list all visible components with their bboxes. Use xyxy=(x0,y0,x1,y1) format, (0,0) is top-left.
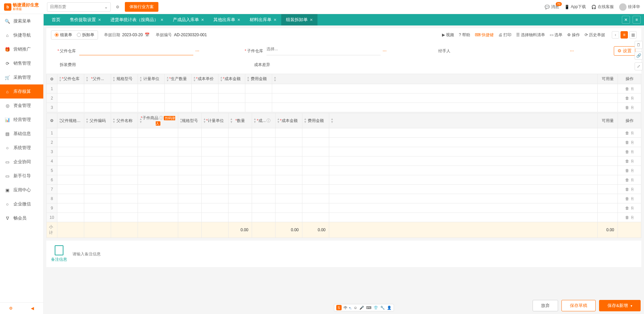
handler-lookup[interactable]: ⋯ xyxy=(570,49,574,53)
table-row[interactable]: 8🗑⎘ xyxy=(47,194,641,203)
sort-icon[interactable]: ▲▼ xyxy=(180,118,183,124)
sidebar-item[interactable]: ⌂快捷导航 xyxy=(0,28,43,42)
info-icon[interactable]: ⓘ xyxy=(266,118,270,123)
copy-icon[interactable]: ⎘ xyxy=(631,96,634,101)
sort-icon[interactable]: ▲▼ xyxy=(274,76,277,82)
sort-icon[interactable]: ▲▼ xyxy=(166,76,169,82)
float-expand-button[interactable]: ⤢ xyxy=(635,62,643,70)
tab[interactable]: 进货单统计表（按商品）✕ xyxy=(106,14,168,25)
table2-gear-header[interactable]: ⚙ xyxy=(47,113,57,128)
handler-input[interactable] xyxy=(454,47,568,55)
table-row[interactable]: 6🗑⎘ xyxy=(47,175,641,185)
delete-icon[interactable]: 🗑 xyxy=(625,86,629,91)
sort-icon[interactable]: ▲▼ xyxy=(86,118,89,124)
child-warehouse-lookup[interactable]: ⋯ xyxy=(383,49,387,53)
tab[interactable]: 首页 xyxy=(47,14,65,25)
view-grid-button[interactable]: ▦ xyxy=(629,31,637,39)
table-row[interactable]: 5🗑⎘ xyxy=(47,166,641,175)
sidebar-item[interactable]: 🛒采购管理 xyxy=(0,70,43,84)
sort-icon[interactable]: ▲▼ xyxy=(112,76,115,82)
tab[interactable]: 其他出库单✕ xyxy=(209,14,245,25)
table-row[interactable]: 3🗑⎘ xyxy=(47,103,641,112)
delete-icon[interactable]: 🗑 xyxy=(625,206,629,210)
parent-warehouse-input[interactable] xyxy=(79,47,193,55)
print-action[interactable]: 🖨打印 xyxy=(498,32,511,38)
copy-icon[interactable]: ⎘ xyxy=(631,187,634,192)
experience-button[interactable]: 体验行业方案 xyxy=(125,2,158,12)
float-note-button[interactable]: 🗒 xyxy=(635,41,643,49)
category-select[interactable]: 日用百货 ⌄ xyxy=(47,2,111,12)
select-doc-action[interactable]: ▭选单 xyxy=(550,32,562,38)
sort-icon[interactable]: ▲▼ xyxy=(59,76,62,82)
copy-icon[interactable]: ⎘ xyxy=(631,196,634,201)
sidebar-item[interactable]: 📊经营管理 xyxy=(0,113,43,127)
ime-toolbar[interactable]: S 中 •, ☺ 🎤 ⌨ 👕 🔧 👤 xyxy=(334,304,394,311)
sort-icon[interactable]: ▲▼ xyxy=(247,76,250,82)
copy-icon[interactable]: ⎘ xyxy=(631,178,634,182)
sort-icon[interactable]: ▲▼ xyxy=(193,76,196,82)
copy-icon[interactable]: ⎘ xyxy=(631,168,634,173)
disassembly-fee-input[interactable] xyxy=(79,60,193,69)
sort-icon[interactable]: ▲▼ xyxy=(139,76,142,82)
sidebar-item[interactable]: 🔍搜索菜单 xyxy=(0,14,43,28)
sidebar-item[interactable]: ◎资金管理 xyxy=(0,99,43,113)
sort-icon[interactable]: ▲▼ xyxy=(139,118,142,124)
sidebar-item[interactable]: ⌂库存核算 xyxy=(0,84,43,99)
copy-icon[interactable]: ⎘ xyxy=(631,131,634,135)
material-list-action[interactable]: ☰选择物料清单 xyxy=(516,32,545,38)
app-download-link[interactable]: 📱 App下载 xyxy=(564,4,586,10)
cost-diff-input[interactable] xyxy=(274,60,388,69)
table-row[interactable]: 7🗑⎘ xyxy=(47,185,641,194)
table-row[interactable]: 2🗑⎘ xyxy=(47,138,641,147)
child-warehouse-input[interactable] xyxy=(266,47,381,55)
delete-icon[interactable]: 🗑 xyxy=(625,215,629,220)
delete-icon[interactable]: 🗑 xyxy=(625,196,629,201)
copy-icon[interactable]: ⎘ xyxy=(631,206,634,210)
online-service-link[interactable]: 🎧 在线客服 xyxy=(591,4,614,10)
sidebar-item[interactable]: ▣应用中心 xyxy=(0,183,43,197)
copy-icon[interactable]: ⎘ xyxy=(631,105,634,110)
sort-icon[interactable]: ▲▼ xyxy=(304,118,307,124)
date-value[interactable]: 2023-03-20 xyxy=(122,33,143,37)
sidebar-item[interactable]: ▧基础信息 xyxy=(0,127,43,141)
view-prev-button[interactable]: ‹ xyxy=(612,31,619,39)
operation-action[interactable]: ⚙操作 xyxy=(567,32,580,38)
delete-icon[interactable]: 🗑 xyxy=(625,131,629,135)
tab[interactable]: 售价提取设置✕ xyxy=(65,14,106,25)
copy-icon[interactable]: ⎘ xyxy=(631,159,634,164)
sort-icon[interactable]: ▲▼ xyxy=(86,76,89,82)
sort-icon[interactable]: ▲▼ xyxy=(253,118,256,124)
delete-icon[interactable]: 🗑 xyxy=(625,168,629,173)
history-action[interactable]: ⟳历史单据 xyxy=(585,32,605,38)
calendar-icon[interactable]: 📅 xyxy=(145,33,150,37)
save-new-button[interactable]: 保存&新增 xyxy=(599,300,641,311)
user-menu[interactable]: 徐泽华 xyxy=(619,3,640,11)
copy-icon[interactable]: ⎘ xyxy=(631,86,634,91)
hotkey-action[interactable]: ⌨快捷键 xyxy=(475,32,494,38)
sort-icon[interactable]: ▲▼ xyxy=(59,118,62,124)
sort-icon[interactable]: ▲▼ xyxy=(230,118,233,124)
sort-icon[interactable]: ▲▼ xyxy=(220,76,223,82)
sort-icon[interactable]: ▲▼ xyxy=(331,118,334,124)
sidebar-item[interactable]: ▭新手引导 xyxy=(0,169,43,183)
delete-icon[interactable]: 🗑 xyxy=(625,159,629,164)
help-action[interactable]: ?帮助 xyxy=(459,32,470,38)
delete-icon[interactable]: 🗑 xyxy=(625,96,629,101)
parent-warehouse-lookup[interactable]: ⋯ xyxy=(195,49,199,53)
sidebar-item[interactable]: ○企业微信 xyxy=(0,197,43,211)
tab-close-icon[interactable]: ✕ xyxy=(98,18,101,22)
tab[interactable]: 组装拆卸单✕ xyxy=(281,14,317,25)
tab-close-all-button[interactable]: ✕ xyxy=(622,16,630,24)
delete-icon[interactable]: 🗑 xyxy=(625,178,629,182)
sidebar-gear-button[interactable]: ⚙ xyxy=(0,303,22,314)
tab-close-icon[interactable]: ✕ xyxy=(201,18,204,22)
settings-button[interactable]: ⚙ 设置 xyxy=(614,46,635,56)
sort-icon[interactable]: ▲▼ xyxy=(203,118,206,124)
save-draft-button[interactable]: 保存草稿 xyxy=(561,300,596,311)
delete-icon[interactable]: 🗑 xyxy=(625,149,629,154)
sidebar-item[interactable]: ○系统管理 xyxy=(0,141,43,155)
sidebar-item[interactable]: ∇畅会员 xyxy=(0,211,43,225)
copy-icon[interactable]: ⎘ xyxy=(631,140,634,145)
table-row[interactable]: 1🗑⎘ xyxy=(47,84,641,93)
table-row[interactable]: 2🗑⎘ xyxy=(47,93,641,103)
